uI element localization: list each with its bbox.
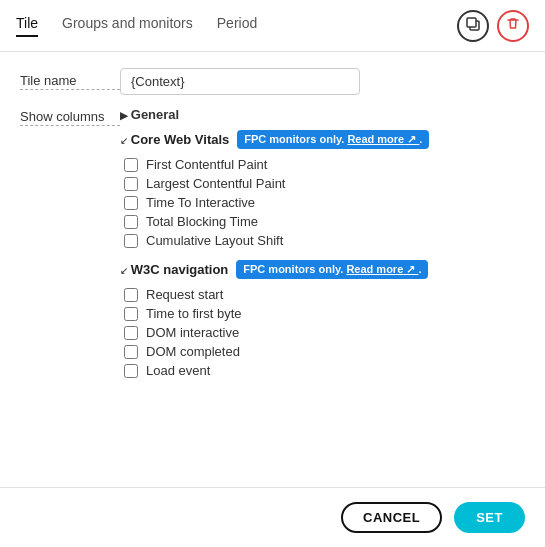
- tab-bar: Tile Groups and monitors Period: [0, 0, 545, 52]
- load-event-checkbox[interactable]: [124, 364, 138, 378]
- w3c-navigation-section: W3C navigation FPC monitors only. Read m…: [120, 260, 525, 380]
- checkbox-total-blocking-time: Total Blocking Time: [124, 212, 525, 231]
- badge-read-more-link[interactable]: Read more ↗: [347, 133, 419, 145]
- tabs-container: Tile Groups and monitors Period: [16, 15, 457, 37]
- badge-text: FPC monitors only.: [244, 133, 344, 145]
- show-columns-label: Show columns: [20, 109, 120, 126]
- svg-rect-1: [467, 18, 476, 27]
- set-label: SET: [476, 510, 503, 525]
- load-event-label[interactable]: Load event: [146, 363, 210, 378]
- checkbox-time-to-interactive: Time To Interactive: [124, 193, 525, 212]
- core-web-vitals-badge: FPC monitors only. Read more ↗ .: [237, 130, 429, 149]
- copy-button[interactable]: [457, 10, 489, 42]
- first-contentful-paint-checkbox[interactable]: [124, 158, 138, 172]
- checkbox-load-event: Load event: [124, 361, 525, 380]
- time-to-first-byte-label[interactable]: Time to first byte: [146, 306, 242, 321]
- tab-period[interactable]: Period: [217, 15, 257, 37]
- checkbox-request-start: Request start: [124, 285, 525, 304]
- core-web-vitals-title: Core Web Vitals: [120, 132, 229, 147]
- dom-completed-label[interactable]: DOM completed: [146, 344, 240, 359]
- cancel-label: CANCEL: [363, 510, 420, 525]
- first-contentful-paint-label[interactable]: First Contentful Paint: [146, 157, 267, 172]
- checkbox-first-contentful-paint: First Contentful Paint: [124, 155, 525, 174]
- footer: CANCEL SET: [0, 487, 545, 547]
- w3c-navigation-title: W3C navigation: [120, 262, 228, 277]
- checkbox-cumulative-layout-shift: Cumulative Layout Shift: [124, 231, 525, 250]
- cancel-button[interactable]: CANCEL: [341, 502, 442, 533]
- time-to-interactive-checkbox[interactable]: [124, 196, 138, 210]
- dom-interactive-label[interactable]: DOM interactive: [146, 325, 239, 340]
- tab-groups-monitors-label: Groups and monitors: [62, 15, 193, 31]
- checkbox-time-to-first-byte: Time to first byte: [124, 304, 525, 323]
- set-button[interactable]: SET: [454, 502, 525, 533]
- request-start-label[interactable]: Request start: [146, 287, 223, 302]
- w3c-badge-read-more-link[interactable]: Read more ↗: [346, 263, 418, 275]
- general-section-header[interactable]: General: [120, 107, 525, 122]
- checkbox-dom-interactive: DOM interactive: [124, 323, 525, 342]
- request-start-checkbox[interactable]: [124, 288, 138, 302]
- w3c-badge-text: FPC monitors only.: [243, 263, 343, 275]
- tab-groups-monitors[interactable]: Groups and monitors: [62, 15, 193, 37]
- tile-name-label: Tile name: [20, 73, 120, 90]
- cumulative-layout-shift-checkbox[interactable]: [124, 234, 138, 248]
- delete-button[interactable]: [497, 10, 529, 42]
- tile-name-row: Tile name: [20, 68, 525, 95]
- general-label: General: [131, 107, 179, 122]
- dom-completed-checkbox[interactable]: [124, 345, 138, 359]
- largest-contentful-paint-label[interactable]: Largest Contentful Paint: [146, 176, 285, 191]
- copy-icon: [465, 16, 481, 35]
- checkbox-dom-completed: DOM completed: [124, 342, 525, 361]
- cumulative-layout-shift-label[interactable]: Cumulative Layout Shift: [146, 233, 283, 248]
- tab-tile-label: Tile: [16, 15, 38, 31]
- w3c-navigation-header: W3C navigation FPC monitors only. Read m…: [120, 260, 525, 279]
- w3c-navigation-badge: FPC monitors only. Read more ↗ .: [236, 260, 428, 279]
- main-content: Tile name Show columns General Core Web …: [0, 52, 545, 487]
- dom-interactive-checkbox[interactable]: [124, 326, 138, 340]
- tab-tile[interactable]: Tile: [16, 15, 38, 37]
- core-web-vitals-header: Core Web Vitals FPC monitors only. Read …: [120, 130, 525, 149]
- tab-period-label: Period: [217, 15, 257, 31]
- delete-icon: [505, 16, 521, 35]
- tile-name-input[interactable]: [120, 68, 360, 95]
- total-blocking-time-checkbox[interactable]: [124, 215, 138, 229]
- show-columns-row: Show columns General Core Web Vitals FPC…: [20, 107, 525, 390]
- checkbox-largest-contentful-paint: Largest Contentful Paint: [124, 174, 525, 193]
- columns-content: General Core Web Vitals FPC monitors onl…: [120, 107, 525, 390]
- tab-actions: [457, 10, 529, 42]
- core-web-vitals-section: Core Web Vitals FPC monitors only. Read …: [120, 130, 525, 250]
- total-blocking-time-label[interactable]: Total Blocking Time: [146, 214, 258, 229]
- time-to-interactive-label[interactable]: Time To Interactive: [146, 195, 255, 210]
- largest-contentful-paint-checkbox[interactable]: [124, 177, 138, 191]
- time-to-first-byte-checkbox[interactable]: [124, 307, 138, 321]
